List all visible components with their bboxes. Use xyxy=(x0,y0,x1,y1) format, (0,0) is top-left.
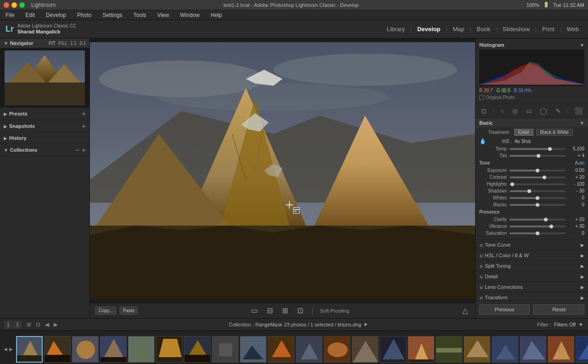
transform-header[interactable]: ◼ Transform ▶ xyxy=(476,292,588,300)
vibrance-slider-thumb[interactable] xyxy=(549,225,553,228)
copy-button[interactable]: Copy... xyxy=(95,307,116,314)
snapshots-add-button[interactable]: + xyxy=(82,123,86,129)
transform-expand[interactable]: ▶ xyxy=(581,295,584,300)
film-thumb-16[interactable] xyxy=(436,336,462,363)
main-image-area[interactable] xyxy=(90,39,475,303)
radial-filter-tool[interactable]: ◯ xyxy=(538,106,549,116)
nav-fit[interactable]: FIT xyxy=(49,41,55,46)
menu-help[interactable]: Help xyxy=(209,11,224,19)
film-thumb-17[interactable] xyxy=(464,336,490,363)
menu-settings[interactable]: Settings xyxy=(100,11,124,19)
tone-auto-button[interactable]: Auto xyxy=(575,160,584,165)
shadows-slider[interactable] xyxy=(510,190,566,192)
film-thumb-12[interactable] xyxy=(324,336,350,363)
film-thumb-11[interactable] xyxy=(296,336,322,363)
temp-slider-thumb[interactable] xyxy=(548,147,552,151)
lens-toggle[interactable]: ◼ xyxy=(479,285,483,290)
hsl-toggle[interactable]: ◼ xyxy=(479,253,483,258)
lens-corrections-header[interactable]: ◼ Lens Corrections ▶ xyxy=(476,282,588,292)
filmstrip-nav-prev[interactable]: ◀ xyxy=(4,347,7,352)
menu-file[interactable]: File xyxy=(4,11,16,19)
film-thumb-8[interactable] xyxy=(212,336,239,363)
navigator-thumbnail[interactable] xyxy=(0,48,89,108)
highlights-slider[interactable] xyxy=(510,183,566,185)
tone-curve-header[interactable]: ◼ Tone Curve ▶ xyxy=(476,240,588,250)
split-toning-toggle[interactable]: ◼ xyxy=(479,264,483,269)
menu-edit[interactable]: Edit xyxy=(23,11,37,19)
nav-1to1[interactable]: 1:1 xyxy=(70,41,77,46)
treatment-bw-button[interactable]: Black & White xyxy=(536,129,573,136)
snapshots-header[interactable]: ▶ Snapshots + xyxy=(0,120,89,132)
exposure-slider[interactable] xyxy=(510,170,566,171)
navigator-header[interactable]: ▼ Navigator FIT FILL 1:1 3:1 xyxy=(0,39,89,48)
highlights-slider-thumb[interactable] xyxy=(510,182,514,186)
collections-minus-button[interactable]: − xyxy=(76,147,79,153)
film-thumb-3[interactable] xyxy=(72,336,99,363)
view-mode-survey[interactable]: ⊞ xyxy=(280,305,290,316)
collections-header[interactable]: ▼ Collections − + xyxy=(0,144,89,156)
shadows-slider-thumb[interactable] xyxy=(527,189,531,193)
film-thumb-5[interactable] xyxy=(128,336,155,363)
page-2-button[interactable]: 2 xyxy=(14,321,21,328)
contrast-slider[interactable] xyxy=(510,176,566,178)
film-thumb-1[interactable] xyxy=(16,336,43,363)
filename-dropdown[interactable]: ▼ xyxy=(363,322,368,327)
clarity-slider-thumb[interactable] xyxy=(544,218,548,221)
film-thumb-10[interactable] xyxy=(268,336,294,363)
tint-slider[interactable] xyxy=(510,155,566,157)
nav-develop[interactable]: Develop xyxy=(414,24,444,34)
split-toning-header[interactable]: ◼ Split Toning ▶ xyxy=(476,261,588,271)
treatment-color-button[interactable]: Color xyxy=(514,129,533,136)
film-thumb-6[interactable] xyxy=(156,336,183,363)
view-mode-single[interactable]: ▭ xyxy=(249,305,260,316)
film-thumb-4[interactable] xyxy=(100,336,127,363)
whites-slider-thumb[interactable] xyxy=(536,196,539,200)
detail-header[interactable]: ◼ Detail ▶ xyxy=(476,271,588,281)
toolbar-expand-icon[interactable]: △ xyxy=(460,305,470,316)
saturation-slider[interactable] xyxy=(510,232,566,234)
tone-curve-toggle[interactable]: ◼ xyxy=(479,243,483,248)
menu-photo[interactable]: Photo xyxy=(75,11,93,19)
film-thumb-18[interactable] xyxy=(492,336,518,363)
compare-view-button[interactable]: ⊟ xyxy=(34,320,42,329)
nav-slideshow[interactable]: Slideshow xyxy=(499,24,533,34)
close-button[interactable] xyxy=(4,2,9,8)
histogram-collapse[interactable]: ▼ xyxy=(580,43,584,48)
history-header[interactable]: ▶ History xyxy=(0,132,89,143)
range-mask-tool[interactable]: ⬛ xyxy=(573,106,584,116)
filter-value[interactable]: Filters Off xyxy=(554,322,576,327)
view-mode-extra[interactable]: ⊡ xyxy=(295,305,305,316)
eyedropper-icon[interactable]: 💧 xyxy=(479,138,486,144)
tone-curve-expand[interactable]: ▶ xyxy=(581,243,584,248)
basic-panel-header[interactable]: Basic ▼ xyxy=(476,118,588,127)
lens-expand[interactable]: ▶ xyxy=(581,285,584,290)
grid-view-button[interactable]: ⊞ xyxy=(25,320,33,329)
film-thumb-14[interactable] xyxy=(380,336,406,363)
original-photo-toggle[interactable]: Original Photo xyxy=(479,95,584,100)
nav-library[interactable]: Library xyxy=(383,24,409,34)
film-thumb-20[interactable] xyxy=(548,336,574,363)
collections-add-button[interactable]: + xyxy=(82,147,86,153)
nav-print[interactable]: Print xyxy=(538,24,558,34)
filter-dropdown[interactable]: ▼ xyxy=(578,322,583,327)
detail-toggle[interactable]: ◼ xyxy=(479,274,483,279)
film-thumb-13[interactable] xyxy=(352,336,378,363)
paste-button[interactable]: Paste xyxy=(120,307,138,314)
original-photo-checkbox[interactable] xyxy=(479,95,484,100)
contrast-slider-thumb[interactable] xyxy=(543,176,546,179)
reset-button[interactable]: Reset xyxy=(533,304,584,314)
film-thumb-2[interactable] xyxy=(44,336,71,363)
film-thumb-21[interactable] xyxy=(576,336,588,363)
hsl-color-header[interactable]: ◼ HSL / Color / 8 & W ▶ xyxy=(476,250,588,260)
nav-book[interactable]: Book xyxy=(473,24,494,34)
detail-expand[interactable]: ▶ xyxy=(581,274,584,279)
split-toning-expand[interactable]: ▶ xyxy=(581,264,584,269)
nav-next-button[interactable]: ▶ xyxy=(52,320,60,329)
tint-slider-thumb[interactable] xyxy=(537,154,540,158)
redeye-tool[interactable]: ◎ xyxy=(510,106,520,116)
vibrance-slider[interactable] xyxy=(510,226,566,227)
nav-3to1[interactable]: 3:1 xyxy=(79,41,86,46)
presets-header[interactable]: ▶ Presets + xyxy=(0,108,89,120)
whites-slider[interactable] xyxy=(510,197,566,199)
nav-prev-button[interactable]: ◀ xyxy=(43,320,51,329)
